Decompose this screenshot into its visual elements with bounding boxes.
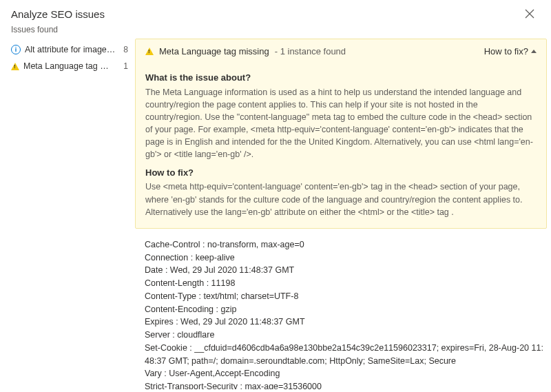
close-button[interactable] (519, 3, 540, 24)
sidebar-item-label: Alt attribute for images is miss… (25, 45, 115, 54)
sidebar-item-label: Meta Language tag missing (23, 61, 115, 71)
issue-instance-count: - 1 instance found (275, 46, 346, 56)
how-to-fix-heading: How to fix? (145, 167, 537, 180)
sidebar-item-meta-language[interactable]: Meta Language tag missing 1 (0, 58, 135, 74)
sidebar-item-count: 8 (119, 45, 128, 54)
sidebar-item-alt-attribute[interactable]: i Alt attribute for images is miss… 8 (0, 41, 135, 58)
how-to-fix-toggle[interactable]: How to fix? (484, 46, 537, 56)
how-to-fix-label: How to fix? (484, 46, 528, 56)
warning-icon (145, 48, 154, 55)
issue-about-body: The Meta Language information is used as… (145, 86, 537, 161)
close-icon (525, 9, 534, 19)
info-icon: i (11, 45, 21, 54)
http-headers-block: Cache-Control : no-transform, max-age=0 … (135, 229, 547, 389)
chevron-up-icon (531, 50, 537, 53)
warning-icon (11, 63, 19, 70)
page-title: Analyze SEO issues (11, 8, 105, 20)
issue-about-heading: What is the issue about? (145, 72, 537, 85)
issues-found-label: Issues found (0, 25, 551, 39)
issue-detail-panel: Meta Language tag missing - 1 instance f… (135, 39, 551, 389)
how-to-fix-body: Use <meta http-equiv='content-language' … (145, 180, 537, 218)
issues-sidebar: i Alt attribute for images is miss… 8 Me… (0, 39, 135, 389)
issue-card: Meta Language tag missing - 1 instance f… (135, 39, 547, 229)
sidebar-item-count: 1 (119, 61, 128, 71)
issue-title: Meta Language tag missing (159, 46, 269, 56)
